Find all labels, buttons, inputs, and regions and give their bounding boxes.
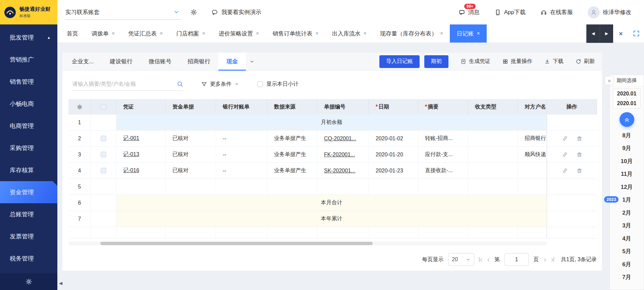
close-tab-icon[interactable]: ×: [364, 30, 367, 37]
sidebar-settings-button[interactable]: [0, 273, 57, 290]
settings-gear-icon[interactable]: [190, 9, 197, 16]
search-input[interactable]: [72, 81, 174, 87]
month-4月[interactable]: 4月: [610, 232, 644, 245]
toolbar-button-下载[interactable]: 下载: [544, 58, 564, 65]
row-checkbox[interactable]: [101, 152, 106, 157]
scroll-tabs-left-button[interactable]: ◀: [586, 24, 600, 43]
prev-page-button[interactable]: ‹: [487, 256, 490, 264]
sidebar-item-资金管理[interactable]: 资金管理: [0, 181, 57, 203]
scroll-up-button[interactable]: [620, 112, 634, 127]
tab-门店档案[interactable]: 门店档案×: [170, 24, 212, 43]
sidebar-item-批发管理[interactable]: 批发管理▲: [0, 26, 57, 49]
tab-销售订单统计表[interactable]: 销售订单统计表×: [266, 24, 325, 43]
next-page-button[interactable]: ›: [543, 256, 546, 264]
close-tab-icon[interactable]: ×: [160, 30, 163, 37]
subtab-建设银行[interactable]: 建设银行: [102, 53, 141, 71]
month-7月[interactable]: 7月: [610, 271, 644, 284]
sidebar-item-税务管理[interactable]: 税务管理: [0, 247, 57, 270]
sidebar-item-小畅电商[interactable]: 小畅电商: [0, 93, 57, 115]
toolbar-button-刷新[interactable]: 刷新: [576, 58, 595, 65]
daily-subtotal-toggle[interactable]: 显示本日小计: [257, 81, 299, 88]
sidebar-item-库存核算[interactable]: 库存核算: [0, 159, 57, 181]
delete-icon[interactable]: [577, 136, 582, 141]
month-9月[interactable]: 9月: [610, 142, 644, 155]
link-icon[interactable]: [562, 136, 568, 141]
close-tab-icon[interactable]: ×: [315, 30, 318, 37]
month-11月[interactable]: 11月: [610, 168, 644, 181]
close-tab-icon[interactable]: ×: [477, 30, 480, 37]
online-service-button[interactable]: 在线客服: [540, 8, 573, 16]
app-download-button[interactable]: App下载: [494, 8, 526, 16]
first-page-button[interactable]: ‹: [479, 256, 482, 264]
link-icon[interactable]: [562, 152, 568, 157]
toolbar-button-生成凭证[interactable]: 生成凭证: [461, 58, 490, 65]
select-all-checkbox[interactable]: [91, 99, 116, 115]
subtab-招商银行[interactable]: 招商银行: [179, 53, 218, 71]
month-5月[interactable]: 5月: [610, 245, 644, 258]
search-icon[interactable]: [177, 81, 183, 87]
tab-首页[interactable]: 首页: [60, 24, 85, 43]
delete-icon[interactable]: [577, 168, 582, 173]
document-link[interactable]: SK-202001...: [324, 168, 355, 174]
toolbar-button-期初[interactable]: 期初: [424, 55, 448, 68]
sidebar-item-采购管理[interactable]: 采购管理: [0, 137, 57, 159]
last-page-button[interactable]: ›: [551, 256, 554, 264]
document-link[interactable]: CQ-202001...: [324, 136, 356, 142]
row-checkbox[interactable]: [101, 136, 106, 141]
daily-subtotal-checkbox[interactable]: [257, 81, 263, 87]
tab-现存量（库存分布表）[interactable]: 现存量（库存分布表）×: [373, 24, 450, 43]
sidebar-item-总账管理[interactable]: 总账管理: [0, 203, 57, 225]
sidebar-item-销售管理[interactable]: 销售管理: [0, 71, 57, 93]
month-8月[interactable]: 8月: [610, 129, 644, 142]
tab-凭证汇总表[interactable]: 凭证汇总表×: [121, 24, 169, 43]
month-6月[interactable]: 6月: [610, 258, 644, 271]
document-link[interactable]: 记-016: [123, 167, 139, 174]
close-tab-icon[interactable]: ×: [440, 30, 443, 37]
tab-日记账[interactable]: 日记账×: [450, 24, 486, 43]
document-link[interactable]: 记-001: [123, 135, 139, 142]
more-conditions-button[interactable]: 更多条件: [201, 81, 239, 88]
subtab-现金[interactable]: 现金: [218, 53, 246, 71]
messages-button[interactable]: 99+ 消息: [459, 8, 480, 16]
link-icon[interactable]: [562, 168, 568, 173]
subtab-企业支...[interactable]: 企业支...: [64, 53, 102, 71]
collapse-sidebar-button[interactable]: ◀: [59, 281, 62, 286]
period-range[interactable]: 2020.01 2020.01: [613, 89, 641, 108]
account-set-select[interactable]: 实习联系账套: [65, 5, 181, 20]
month-10月[interactable]: 10月: [610, 155, 644, 168]
document-link[interactable]: FK-202001...: [324, 152, 355, 158]
month-3月[interactable]: 3月: [610, 219, 644, 232]
row-checkbox-cell[interactable]: [91, 163, 116, 178]
sidebar-item-电商管理[interactable]: 电商管理: [0, 115, 57, 137]
row-checkbox[interactable]: [101, 168, 106, 173]
row-checkbox-cell[interactable]: [91, 131, 116, 146]
tab-调拨单[interactable]: 调拨单×: [85, 24, 121, 43]
fullscreen-button[interactable]: [629, 30, 644, 37]
scroll-tabs-right-button[interactable]: ▶: [600, 24, 613, 43]
sidebar-item-营销推广[interactable]: 营销推广: [0, 49, 57, 71]
document-link[interactable]: 记-013: [123, 151, 139, 158]
tab-出入库流水[interactable]: 出入库流水×: [325, 24, 373, 43]
month-12月[interactable]: 12月: [610, 180, 644, 194]
row-checkbox-cell[interactable]: [91, 147, 116, 162]
subtab-微信账号[interactable]: 微信账号: [141, 53, 179, 71]
collapse-panel-button[interactable]: »: [605, 76, 614, 85]
close-tab-icon[interactable]: ×: [256, 30, 259, 37]
user-menu[interactable]: 徐泽华修改: [588, 6, 631, 18]
per-page-select[interactable]: 20: [448, 253, 474, 266]
demo-link[interactable]: 我要看实例演示: [211, 8, 261, 16]
horizontal-scrollbar[interactable]: [68, 241, 547, 245]
scrollbar-thumb[interactable]: [100, 242, 373, 245]
close-tab-icon[interactable]: ×: [202, 30, 205, 37]
delete-icon[interactable]: [577, 152, 582, 157]
sidebar-item-发票管理[interactable]: 发票管理: [0, 225, 57, 247]
toolbar-button-导入日记账[interactable]: 导入日记账: [379, 55, 420, 68]
close-tabs-button[interactable]: ×: [613, 24, 629, 43]
toolbar-button-批量操作[interactable]: 批量操作: [502, 58, 532, 65]
page-input[interactable]: [504, 253, 529, 266]
close-tab-icon[interactable]: ×: [112, 30, 115, 37]
table-settings-gear-icon[interactable]: [68, 99, 91, 115]
tab-进价策略设置[interactable]: 进价策略设置×: [212, 24, 266, 43]
month-2月[interactable]: 2月: [610, 206, 644, 219]
subtab-dropdown-button[interactable]: [246, 59, 258, 64]
